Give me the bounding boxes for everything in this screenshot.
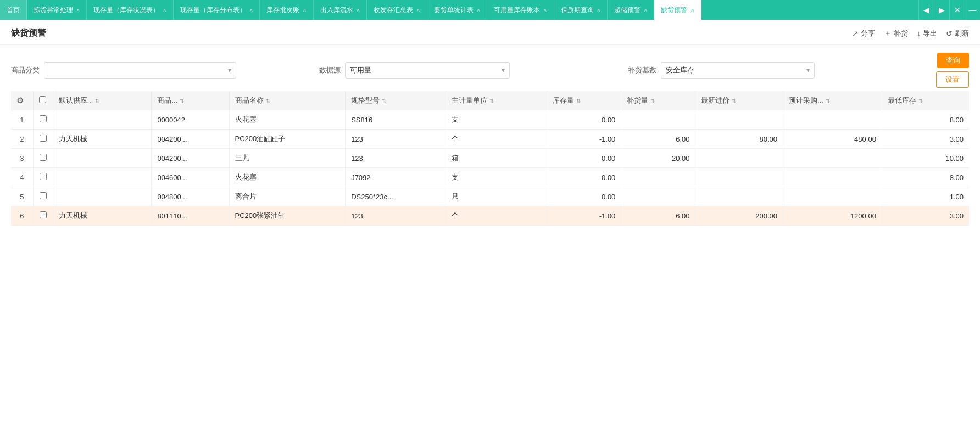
row-supplier-0: [53, 110, 152, 130]
tab-shortage[interactable]: 缺货预警 ×: [654, 0, 701, 20]
sort-icon-est-purchase: ⇅: [826, 98, 830, 104]
select-all-checkbox[interactable]: [39, 96, 46, 103]
export-button[interactable]: ↓ 导出: [917, 29, 937, 38]
filter-category-select-wrapper: [44, 62, 236, 79]
tab-inventory-status-close[interactable]: ×: [163, 7, 166, 13]
sort-icon-replenish: ⇅: [650, 98, 655, 104]
tab-recv-summary[interactable]: 收发存汇总表 ×: [367, 0, 427, 20]
row-inventory-1: -1.00: [547, 130, 621, 149]
sort-icon-spec: ⇅: [382, 98, 386, 104]
query-button[interactable]: 查询: [937, 53, 969, 68]
tab-inout-flow-close[interactable]: ×: [357, 7, 360, 13]
tab-shortage-close[interactable]: ×: [691, 7, 694, 13]
row-checkbox-1[interactable]: [40, 135, 47, 142]
settings-button[interactable]: 设置: [936, 71, 969, 88]
tab-overstock-close[interactable]: ×: [644, 7, 647, 13]
tab-inventory-dist[interactable]: 现存量（库存分布表） ×: [174, 0, 260, 20]
row-name-5: PC200张紧油缸: [229, 206, 346, 226]
row-unit-1: 个: [446, 130, 547, 149]
th-min-inventory-label: 最低库存: [888, 96, 916, 105]
row-spec-3: J7092: [346, 168, 446, 187]
th-product-code-sort[interactable]: 商品... ⇅: [157, 96, 223, 105]
tab-abnormal-close[interactable]: ×: [76, 7, 80, 13]
th-default-supplier-sort[interactable]: 默认供应... ⇅: [59, 96, 146, 105]
tab-expiry-query-close[interactable]: ×: [597, 7, 600, 13]
tab-inout-flow-label: 出入库流水: [320, 5, 353, 15]
th-replenish-qty-sort[interactable]: 补货量 ⇅: [627, 96, 689, 105]
table-container: ⚙ 默认供应... ⇅ 商品... ⇅: [0, 91, 980, 226]
sort-icon-unit: ⇅: [489, 98, 494, 104]
row-unit-4: 只: [446, 187, 547, 206]
filter-datasource-group: 数据源 可用量: [319, 62, 616, 79]
refresh-button[interactable]: ↺ 刷新: [946, 29, 969, 38]
row-checkbox-3[interactable]: [40, 173, 47, 180]
row-spec-1: 123: [346, 130, 446, 149]
th-spec-sort[interactable]: 规格型号 ⇅: [351, 96, 440, 105]
tab-expiry-query[interactable]: 保质期查询 ×: [554, 0, 608, 20]
tab-inout-flow[interactable]: 出入库流水 ×: [314, 0, 367, 20]
filter-category-select[interactable]: [44, 62, 236, 79]
tab-prev-button[interactable]: ◀: [918, 0, 934, 20]
th-min-inventory: 最低库存 ⇅: [882, 91, 969, 110]
tab-recv-summary-close[interactable]: ×: [416, 7, 420, 13]
th-latest-price: 最新进价 ⇅: [695, 91, 783, 110]
row-spec-0: SS816: [346, 110, 446, 130]
tab-inventory-status[interactable]: 现存量（库存状况表） ×: [87, 0, 173, 20]
row-spec-2: 123: [346, 149, 446, 168]
filter-replenish-base-select[interactable]: 安全库存: [661, 62, 815, 79]
row-checkbox-5[interactable]: [40, 211, 47, 218]
th-inventory-sort[interactable]: 库存量 ⇅: [553, 96, 615, 105]
th-default-supplier: 默认供应... ⇅: [53, 91, 152, 110]
row-replenish-qty-0: [621, 110, 695, 130]
row-checkbox-0[interactable]: [40, 115, 47, 122]
tab-next-button[interactable]: ▶: [934, 0, 949, 20]
row-unit-3: 支: [446, 168, 547, 187]
filter-replenish-base-value: 安全库存: [666, 65, 694, 75]
share-button[interactable]: ↗ 分享: [852, 29, 875, 38]
tab-available-ledger-label: 可用量库存账本: [494, 5, 540, 15]
tab-order-stats-close[interactable]: ×: [477, 7, 480, 13]
header-actions: ↗ 分享 ＋ 补货 ↓ 导出 ↺ 刷新: [852, 29, 969, 38]
th-unit-sort[interactable]: 主计量单位 ⇅: [452, 96, 541, 105]
tab-abnormal-label: 拣货异常处理: [34, 5, 73, 15]
tab-shortage-label: 缺货预警: [661, 5, 687, 15]
tab-bar: 首页 拣货异常处理 × 现存量（库存状况表） × 现存量（库存分布表） × 库存…: [0, 0, 980, 20]
tab-batch-account-close[interactable]: ×: [303, 7, 306, 13]
row-checkbox-2[interactable]: [40, 154, 47, 161]
row-checkbox-4[interactable]: [40, 192, 47, 199]
row-checkbox-cell-0: [33, 110, 53, 130]
th-est-purchase-sort[interactable]: 预计采购... ⇅: [789, 96, 876, 105]
tab-available-ledger-close[interactable]: ×: [543, 7, 547, 13]
th-latest-price-sort[interactable]: 最新进价 ⇅: [701, 96, 777, 105]
th-inventory: 库存量 ⇅: [547, 91, 621, 110]
row-spec-5: 123: [346, 206, 446, 226]
tab-overstock-label: 超储预警: [614, 5, 641, 15]
th-min-inventory-sort[interactable]: 最低库存 ⇅: [888, 96, 964, 105]
replenish-button[interactable]: ＋ 补货: [884, 29, 908, 38]
tab-minimize-button[interactable]: —: [965, 0, 980, 20]
th-unit: 主计量单位 ⇅: [446, 91, 547, 110]
tab-available-ledger[interactable]: 可用量库存账本 ×: [487, 0, 554, 20]
row-inventory-2: 0.00: [547, 149, 621, 168]
tab-close-all-button[interactable]: ✕: [949, 0, 965, 20]
tab-order-stats[interactable]: 要货单统计表 ×: [427, 0, 487, 20]
th-product-name-sort[interactable]: 商品名称 ⇅: [235, 96, 340, 105]
table-row: 2 力天机械 004200... PC200油缸缸子 123 个 -1.00 6…: [11, 130, 969, 149]
row-est-purchase-5: 1200.00: [783, 206, 882, 226]
row-code-5: 801110...: [152, 206, 229, 226]
tab-batch-account[interactable]: 库存批次账 ×: [260, 0, 313, 20]
tab-home[interactable]: 首页: [0, 0, 27, 20]
tab-overstock[interactable]: 超储预警 ×: [608, 0, 654, 20]
gear-icon[interactable]: ⚙: [16, 96, 24, 105]
tab-inventory-dist-close[interactable]: ×: [249, 7, 253, 13]
tab-abnormal[interactable]: 拣货异常处理 ×: [27, 0, 87, 20]
row-settings-cell-3: 4: [11, 168, 33, 187]
row-checkbox-cell-1: [33, 130, 53, 149]
page-title: 缺货预警: [11, 27, 46, 39]
sort-icon-price: ⇅: [732, 98, 736, 104]
th-settings: ⚙: [11, 91, 33, 110]
filter-datasource-select[interactable]: 可用量: [345, 62, 510, 79]
row-min-inventory-3: 8.00: [882, 168, 969, 187]
row-settings-cell-5: 6: [11, 206, 33, 226]
row-name-2: 三九: [229, 149, 346, 168]
